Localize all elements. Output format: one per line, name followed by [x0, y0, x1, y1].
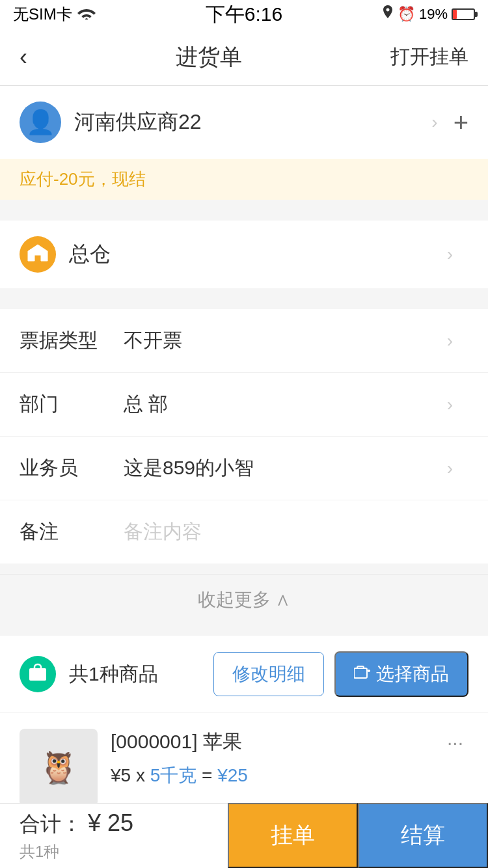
remark-placeholder[interactable]: 备注内容	[124, 519, 468, 545]
status-bar-time: 下午6:16	[206, 1, 282, 28]
bottom-bar: 合计： ¥ 25 共1种 挂单 结算	[0, 803, 488, 868]
warehouse-row[interactable]: 总仓 ›	[0, 221, 488, 288]
shopping-bag-icon	[28, 663, 47, 686]
department-row[interactable]: 部门 总 部 ›	[0, 373, 488, 437]
product-thumbnail: 🦉	[20, 729, 98, 807]
chevron-right-icon-3: ›	[447, 331, 453, 351]
carrier-text: 无SIM卡	[13, 4, 72, 25]
product-code: [0000001]	[111, 731, 197, 752]
product-name: [0000001] 苹果	[111, 729, 442, 755]
product-info: [0000001] 苹果 ¥5 x 5千克 = ¥25	[111, 729, 442, 788]
chevron-right-icon-5: ›	[447, 458, 453, 479]
total-label: 合计：	[20, 812, 82, 835]
salesperson-row[interactable]: 业务员 这是859的小智 ›	[0, 437, 488, 500]
supplier-row[interactable]: 👤 河南供应商22 › +	[0, 86, 488, 159]
product-total: ¥25	[217, 765, 248, 785]
supplier-sub-text: 应付-20元，现结	[0, 159, 488, 200]
product-count: 共1种商品	[69, 661, 213, 688]
add-button[interactable]: +	[454, 108, 468, 137]
bottom-total: 合计： ¥ 25 共1种	[0, 803, 228, 868]
department-value: 总 部	[124, 391, 447, 418]
alarm-icon: ⏰	[398, 6, 415, 23]
back-button[interactable]: ‹	[20, 44, 27, 71]
ticket-type-value: 不开票	[124, 327, 447, 354]
modify-detail-button[interactable]: 修改明细	[213, 652, 324, 696]
product-equals: =	[202, 765, 217, 785]
divider-1	[0, 210, 488, 221]
wifi-icon	[77, 5, 96, 23]
supplier-section: 👤 河南供应商22 › + 应付-20元，现结	[0, 86, 488, 200]
total-sub: 共1种	[20, 841, 208, 862]
ticket-type-row[interactable]: 票据类型 不开票 ›	[0, 309, 488, 373]
battery-icon	[452, 8, 475, 20]
divider-2	[0, 299, 488, 309]
status-bar-right: ⏰ 19%	[382, 5, 475, 23]
product-header: 共1种商品 修改明细 选择商品	[0, 636, 488, 713]
user-icon: 👤	[26, 109, 55, 136]
location-icon	[382, 5, 394, 23]
total-main: 合计： ¥ 25	[20, 809, 208, 839]
remark-label: 备注	[20, 519, 124, 545]
department-label: 部门	[20, 391, 124, 418]
product-header-icon-wrap	[20, 656, 56, 692]
svg-rect-0	[29, 668, 46, 681]
product-title: 苹果	[203, 731, 242, 752]
ticket-type-label: 票据类型	[20, 327, 124, 354]
open-hang-button[interactable]: 打开挂单	[390, 44, 468, 70]
battery-percent: 19%	[419, 6, 448, 23]
hang-button[interactable]: 挂单	[228, 803, 358, 868]
status-bar: 无SIM卡 下午6:16 ⏰ 19%	[0, 0, 488, 29]
product-quantity: 5千克	[150, 765, 197, 785]
warehouse-icon	[27, 243, 48, 266]
page-title: 进货单	[176, 42, 242, 72]
form-section: 票据类型 不开票 › 部门 总 部 › 业务员 这是859的小智 › 备注 备注…	[0, 309, 488, 563]
warehouse-section: 总仓 ›	[0, 221, 488, 288]
salesperson-value: 这是859的小智	[124, 455, 447, 481]
product-price: ¥5 x 5千克 = ¥25	[111, 763, 442, 788]
divider-3	[0, 625, 488, 636]
supplier-name: 河南供应商22	[74, 108, 431, 137]
owl-icon: 🦉	[39, 750, 78, 786]
warehouse-icon-wrap	[20, 236, 56, 273]
chevron-right-icon-2: ›	[447, 244, 453, 265]
salesperson-label: 业务员	[20, 455, 124, 481]
warehouse-name: 总仓	[69, 240, 447, 269]
product-unit-price: ¥5	[111, 765, 131, 785]
select-product-button[interactable]: 选择商品	[334, 651, 468, 697]
total-amount: ¥ 25	[88, 809, 133, 836]
chevron-right-icon: ›	[431, 112, 437, 133]
cart-icon	[354, 664, 371, 685]
svg-rect-1	[354, 668, 367, 678]
collapse-toggle[interactable]: 收起更多 ∧	[0, 574, 488, 625]
checkout-button[interactable]: 结算	[358, 803, 488, 868]
chevron-right-icon-4: ›	[447, 394, 453, 415]
product-multiply: x	[136, 765, 150, 785]
product-more-button[interactable]: ···	[442, 729, 468, 756]
status-bar-left: 无SIM卡	[13, 4, 96, 25]
select-product-label: 选择商品	[376, 662, 449, 686]
remark-row[interactable]: 备注 备注内容	[0, 500, 488, 563]
supplier-avatar: 👤	[20, 102, 61, 143]
nav-bar: ‹ 进货单 打开挂单	[0, 29, 488, 86]
